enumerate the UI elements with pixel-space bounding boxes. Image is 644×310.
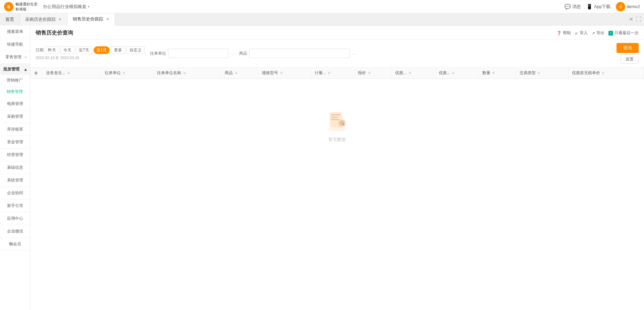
workspace-dropdown[interactable]: 办公用品行业模拟账套 ▾ bbox=[40, 4, 92, 10]
date-btn-today[interactable]: 今天 bbox=[60, 46, 74, 54]
sort-icon-partner-name: ⇅ bbox=[183, 71, 186, 75]
empty-state-icon: 🔍 bbox=[324, 106, 351, 133]
product-filter-label: 商品 bbox=[239, 51, 247, 56]
sort-icon-partner-code: ⇅ bbox=[122, 71, 125, 75]
date-btn-yesterday[interactable]: 昨天 bbox=[45, 46, 59, 54]
dropdown-arrow-icon: ▾ bbox=[88, 5, 90, 8]
col-product[interactable]: 商品 ⇅ bbox=[221, 67, 259, 79]
sort-icon-trade-type: ⇅ bbox=[537, 71, 540, 75]
product-filter-dots[interactable]: ... bbox=[352, 51, 355, 56]
sidebar-item-inventory[interactable]: 库存核算 bbox=[0, 123, 30, 136]
query-button[interactable]: 查询 bbox=[616, 43, 639, 53]
only-last-checkbox-label[interactable]: ✓ 只看最后一次 bbox=[608, 30, 639, 36]
import-button[interactable]: ↙ 导入 bbox=[575, 30, 588, 36]
tab-close-sales[interactable]: ✕ bbox=[106, 17, 109, 21]
sort-icon-product: ⇅ bbox=[235, 71, 237, 75]
date-buttons-row: 日期 昨天 今天 近7天 近1月 更多 自定义 bbox=[36, 46, 145, 54]
empty-state-text: 暂无数据 bbox=[328, 137, 346, 143]
date-btn-1month[interactable]: 近1月 bbox=[94, 46, 110, 54]
sort-icon-discount1: ⇅ bbox=[409, 71, 411, 75]
user-menu[interactable]: d demo2 bbox=[616, 2, 640, 11]
sidebar-item-retail[interactable]: 零售管理 ▾ bbox=[0, 51, 30, 64]
sidebar-item-shortcut[interactable]: 快捷导航 bbox=[0, 38, 30, 51]
date-btn-7days[interactable]: 近7天 bbox=[76, 46, 92, 54]
tab-bar: 首页 采购历史价跟踪 ✕ 销售历史价跟踪 ✕ ✕ ⛶ bbox=[0, 13, 644, 25]
sidebar-item-guide[interactable]: 新手引导 bbox=[0, 200, 30, 212]
sort-icon-discount2: ⇅ bbox=[452, 71, 454, 75]
date-range-display: 2023-02-18 至 2023-03-18 bbox=[36, 55, 145, 60]
header-right: 💬 消息 📱 App下载 d demo2 bbox=[565, 2, 640, 11]
sidebar-item-finance[interactable]: 资金管理 bbox=[0, 136, 30, 149]
help-icon: ❓ bbox=[556, 31, 561, 36]
col-discount2[interactable]: 优惠... ⇅ bbox=[435, 67, 479, 79]
close-all-tabs-button[interactable]: ✕ bbox=[629, 16, 633, 22]
header-left: 6 畅捷通好生意 标准版 办公用品行业模拟账套 ▾ bbox=[4, 2, 92, 11]
sidebar-item-system[interactable]: 系统管理 bbox=[0, 174, 30, 187]
col-partner-name[interactable]: 往来单位名称 ⇅ bbox=[154, 67, 221, 79]
message-action[interactable]: 💬 消息 bbox=[565, 4, 581, 10]
sort-icon-quantity: ⇅ bbox=[492, 71, 495, 75]
svg-text:🔍: 🔍 bbox=[340, 121, 345, 125]
import-icon: ↙ bbox=[575, 31, 578, 36]
maximize-button[interactable]: ⛶ bbox=[636, 16, 641, 22]
tab-sales[interactable]: 销售历史价跟踪 ✕ bbox=[67, 13, 115, 25]
col-gear[interactable]: ⚙ bbox=[30, 67, 42, 79]
sidebar-section-wholesale[interactable]: 批发管理 ▴ bbox=[0, 64, 30, 75]
tab-home[interactable]: 首页 bbox=[0, 13, 20, 25]
sidebar-item-purchase[interactable]: 采购管理 bbox=[0, 110, 30, 123]
tab-purchase[interactable]: 采购历史价跟踪 ✕ bbox=[20, 13, 67, 25]
page-header: 销售历史价查询 ❓ 帮助 ↙ 导入 ↗ 导出 ✓ bbox=[30, 25, 644, 40]
col-partner-code[interactable]: 往来单位 ⇅ bbox=[101, 67, 153, 79]
sidebar-item-wechat[interactable]: 企业微信 bbox=[0, 225, 30, 238]
export-icon: ↗ bbox=[592, 31, 595, 36]
main-layout: 搜索菜单 快捷导航 零售管理 ▾ 批发管理 ▴ 营销推广 销售管理 电商管理 采… bbox=[0, 25, 644, 310]
col-discount1[interactable]: 优惠... ⇅ bbox=[392, 67, 435, 79]
partner-input[interactable] bbox=[168, 49, 228, 58]
col-biz-date[interactable]: 业务发生... ⇅ bbox=[42, 67, 101, 79]
col-unit[interactable]: 计量... ⇅ bbox=[311, 67, 355, 79]
product-input[interactable] bbox=[249, 49, 350, 58]
data-table: ⚙ 业务发生... ⇅ 往来单位 ⇅ 往来单位名称 bbox=[30, 67, 644, 79]
partner-filter: 往来单位 ... bbox=[150, 49, 234, 58]
expand-icon-retail: ▾ bbox=[25, 55, 26, 59]
sidebar-item-ecommerce[interactable]: 电商管理 bbox=[0, 98, 30, 110]
sidebar-item-apps[interactable]: 应用中心 bbox=[0, 212, 30, 225]
app-download-action[interactable]: 📱 App下载 bbox=[586, 4, 610, 10]
page-header-actions: ❓ 帮助 ↙ 导入 ↗ 导出 ✓ 只看最后一次 bbox=[556, 30, 639, 36]
table-container: ⚙ 业务发生... ⇅ 往来单位 ⇅ 往来单位名称 bbox=[30, 67, 644, 169]
date-filter: 日期 昨天 今天 近7天 近1月 更多 自定义 2023-02-18 至 202… bbox=[36, 46, 145, 60]
partner-filter-dots[interactable]: ... bbox=[230, 51, 234, 56]
col-trade-type[interactable]: 交易类型 ⇅ bbox=[516, 67, 568, 79]
top-header: 6 畅捷通好生意 标准版 办公用品行业模拟账套 ▾ 💬 消息 📱 App下载 d… bbox=[0, 0, 644, 13]
sidebar-item-enterprise[interactable]: 企业协同 bbox=[0, 187, 30, 200]
sidebar-item-marketing[interactable]: 营销推广 bbox=[0, 75, 30, 86]
partner-filter-label: 往来单位 bbox=[150, 51, 166, 56]
sidebar-item-member[interactable]: 畅会员 bbox=[0, 238, 30, 251]
phone-icon: 📱 bbox=[586, 4, 593, 10]
sort-icon-pre-tax-price: ⇅ bbox=[602, 71, 604, 75]
col-quote[interactable]: 报价 ⇅ bbox=[355, 67, 392, 79]
gear-icon: ⚙ bbox=[34, 71, 38, 75]
tab-bar-actions: ✕ ⛶ bbox=[629, 16, 644, 22]
logo-area: 6 畅捷通好生意 标准版 bbox=[4, 2, 38, 11]
svg-rect-4 bbox=[331, 119, 339, 120]
avatar: d bbox=[616, 2, 625, 11]
tab-close-purchase[interactable]: ✕ bbox=[58, 17, 62, 22]
sidebar-item-basic[interactable]: 基础信息 bbox=[0, 161, 30, 174]
help-button[interactable]: ❓ 帮助 bbox=[556, 30, 571, 36]
export-button[interactable]: ↗ 导出 bbox=[592, 30, 604, 36]
col-spec[interactable]: 规格型号 ⇅ bbox=[259, 67, 311, 79]
sidebar-item-sales-mgmt[interactable]: 销售管理 bbox=[0, 86, 30, 98]
sort-icon-unit: ⇅ bbox=[328, 71, 330, 75]
svg-rect-3 bbox=[331, 117, 338, 118]
logo-icon: 6 bbox=[4, 2, 13, 11]
date-btn-custom[interactable]: 自定义 bbox=[126, 46, 145, 54]
col-pre-tax-price[interactable]: 优惠前无税单价 ⇅ bbox=[569, 67, 644, 79]
sidebar-item-operations[interactable]: 经营管理 bbox=[0, 149, 30, 161]
col-quantity[interactable]: 数量 ⇅ bbox=[479, 67, 516, 79]
sidebar-item-search[interactable]: 搜索菜单 bbox=[0, 25, 30, 38]
date-btn-more[interactable]: 更多 bbox=[111, 46, 125, 54]
logo-text: 畅捷通好生意 标准版 bbox=[15, 2, 38, 11]
page-wrapper: 销售历史价查询 ❓ 帮助 ↙ 导入 ↗ 导出 ✓ bbox=[30, 25, 644, 310]
settings-button[interactable]: 设置 bbox=[621, 54, 639, 64]
